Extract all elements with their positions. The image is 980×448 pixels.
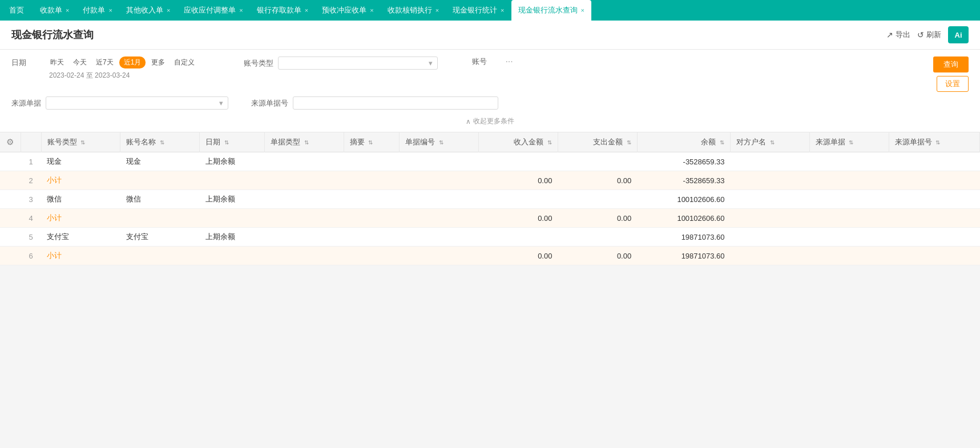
source-doc-group: 来源单据 ▾ [11,96,228,110]
row-account-type-5: 小计 [41,247,120,265]
close-tab-8[interactable]: × [581,7,584,14]
row-expense-3: 0.00 [558,209,637,228]
nav-tab-other-income[interactable]: 其他收入单 × [119,0,177,21]
nav-tab-cash-bank-stats[interactable]: 现金银行统计 × [446,0,511,21]
row-expense-5: 0.00 [558,247,637,265]
row-income-1: 0.00 [479,171,558,190]
row-doc-no-4 [400,228,479,247]
source-doc-select[interactable]: ▾ [46,96,228,110]
date-opt-yesterday[interactable]: 昨天 [47,56,67,68]
refresh-button[interactable]: ↺ 刷新 [917,30,941,40]
sort-balance: ⇅ [720,139,724,146]
account-more-icon[interactable]: ··· [505,56,513,67]
collapse-bar[interactable]: ∧ 收起更多条件 [11,114,969,127]
sort-income: ⇅ [547,139,552,146]
row-account-name-4: 支付宝 [120,228,200,247]
col-account-type[interactable]: 账号类型 ⇅ [41,132,120,152]
row-date-4: 上期余额 [200,228,265,247]
row-num-1: 2 [21,171,41,190]
close-tab-6[interactable]: × [435,7,439,14]
col-doc-type[interactable]: 单据类型 ⇅ [265,132,344,152]
row-source-doc-3 [809,209,889,228]
sort-account-type: ⇅ [80,139,85,146]
col-income[interactable]: 收入金额 ⇅ [479,132,558,152]
export-button[interactable]: ↗ 导出 [886,30,910,40]
ai-button[interactable]: Ai [948,26,969,43]
close-tab-3[interactable]: × [239,7,243,14]
nav-tab-cash-bank-flow[interactable]: 现金银行流水查询 × [511,0,591,21]
nav-tab-bank-deposits[interactable]: 银行存取款单 × [250,0,315,21]
row-doc-type-0 [265,152,344,171]
nav-tab-payments[interactable]: 付款单 × [76,0,119,21]
row-doc-no-5 [400,247,479,265]
col-account-name[interactable]: 账号名称 ⇅ [120,132,200,152]
date-opt-more[interactable]: 更多 [148,56,168,68]
header-actions: ↗ 导出 ↺ 刷新 Ai [886,26,969,43]
account-type-select[interactable]: ▾ [278,56,438,70]
sort-source-doc-no: ⇅ [935,139,940,146]
col-summary[interactable]: 摘要 ⇅ [344,132,400,152]
filter-area: 日期 昨天 今天 近7天 近1月 更多 自定义 2023-02-24 至 202… [0,50,980,132]
nav-tab-advance-receipts[interactable]: 预收冲应收单 × [315,0,380,21]
date-opt-custom[interactable]: 自定义 [171,56,198,68]
date-opt-7days[interactable]: 近7天 [92,56,117,68]
row-account-type-2: 微信 [41,190,120,209]
col-doc-no[interactable]: 单据编号 ⇅ [400,132,479,152]
nav-home[interactable]: 首页 [0,0,33,21]
col-expense[interactable]: 支出金额 ⇅ [558,132,637,152]
row-doc-no-1 [400,171,479,190]
col-counterparty[interactable]: 对方户名 ⇅ [731,132,810,152]
page-header: 现金银行流水查询 ↗ 导出 ↺ 刷新 Ai [0,21,980,50]
close-tab-5[interactable]: × [370,7,373,14]
nav-tab-receipts[interactable]: 收款单 × [33,0,76,21]
close-tab-0[interactable]: × [66,7,69,14]
account-type-label: 账号类型 [244,58,273,68]
settings-button[interactable]: 设置 [937,76,969,92]
col-date[interactable]: 日期 ⇅ [200,132,265,152]
row-date-3 [200,209,265,228]
date-opt-today[interactable]: 今天 [70,56,90,68]
row-income-3: 0.00 [479,209,558,228]
row-source-doc-no-0 [889,152,979,171]
row-income-5: 0.00 [479,247,558,265]
row-income-4 [479,228,558,247]
row-source-doc-5 [809,247,889,265]
close-tab-1[interactable]: × [108,7,112,14]
close-tab-2[interactable]: × [167,7,170,14]
row-num-5: 6 [21,247,41,265]
nav-tab-receipt-verification[interactable]: 收款核销执行 × [381,0,446,21]
row-doc-no-2 [400,190,479,209]
row-doc-type-1 [265,171,344,190]
page-title: 现金银行流水查询 [11,28,94,42]
table-row: 1 现金 现金 上期余额 -3528659.33 [0,152,980,171]
col-settings[interactable]: ⚙ [0,132,21,152]
row-doc-type-2 [265,190,344,209]
sort-source-doc: ⇅ [849,139,853,146]
close-tab-4[interactable]: × [305,7,308,14]
row-counterparty-3 [731,209,810,228]
source-doc-label: 来源单据 [11,98,41,108]
col-source-doc-no[interactable]: 来源单据号 ⇅ [889,132,979,152]
date-opt-1month[interactable]: 近1月 [119,56,146,68]
row-account-name-2: 微信 [120,190,200,209]
close-tab-7[interactable]: × [501,7,504,14]
col-source-doc[interactable]: 来源单据 ⇅ [809,132,889,152]
nav-tab-adjustments[interactable]: 应收应付调整单 × [177,0,249,21]
account-type-chevron: ▾ [429,59,433,67]
row-summary-2 [344,190,400,209]
date-range: 2023-02-24 至 2023-03-24 [49,71,130,79]
row-gear-2 [0,190,21,209]
sort-counterparty: ⇅ [770,139,775,146]
row-summary-5 [344,247,400,265]
row-counterparty-5 [731,247,810,265]
row-balance-3: 100102606.60 [637,209,730,228]
row-balance-0: -3528659.33 [637,152,730,171]
row-source-doc-no-3 [889,209,979,228]
row-counterparty-4 [731,228,810,247]
table-header-row: ⚙ 账号类型 ⇅ 账号名称 ⇅ 日期 ⇅ 单据类型 ⇅ [0,132,980,152]
col-num [21,132,41,152]
source-doc-no-input[interactable] [293,96,498,110]
data-table: ⚙ 账号类型 ⇅ 账号名称 ⇅ 日期 ⇅ 单据类型 ⇅ [0,132,980,265]
col-balance[interactable]: 余额 ⇅ [637,132,730,152]
query-button[interactable]: 查询 [933,56,969,72]
